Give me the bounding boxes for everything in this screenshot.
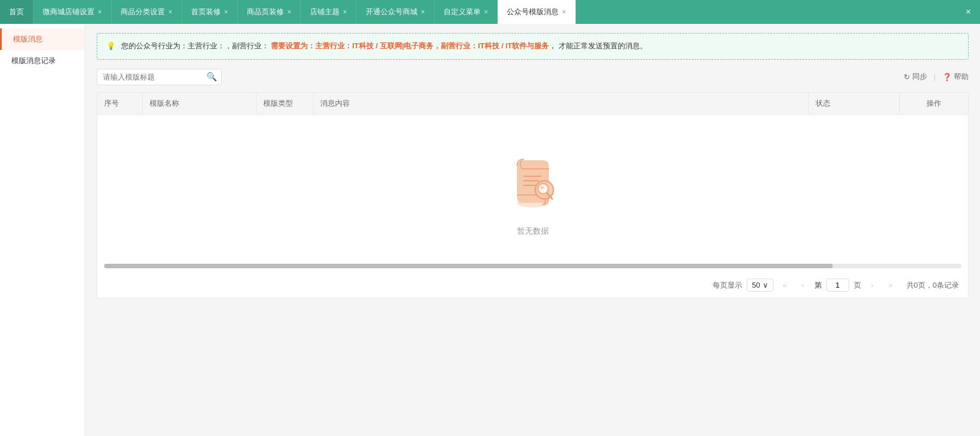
search-left: 🔍 [97,69,222,85]
table-wrap: 序号 模版名称 模版类型 消息内容 状态 操作 [97,92,969,298]
scrollbar-thumb[interactable] [104,264,833,268]
main-content: 💡 您的公众号行业为：主营行业：，副营行业： 需要设置为：主营行业：IT科技 /… [85,24,980,436]
tab-label-home-decor: 首页装修 [191,7,221,17]
notice-highlight: 需要设置为：主营行业：IT科技 / 互联网|电子商务，副营行业：IT科技 / I… [271,41,556,50]
notice-banner: 💡 您的公众号行业为：主营行业：，副营行业： 需要设置为：主营行业：IT科技 /… [97,33,969,60]
sync-button[interactable]: ↻ 同步 [904,72,927,82]
th-action: 操作 [900,93,968,114]
tab-close-shop-theme[interactable]: × [343,8,347,16]
page-size-value: 50 [752,281,760,289]
th-content: 消息内容 [313,93,809,114]
search-button[interactable]: 🔍 [206,72,217,82]
th-type: 模版类型 [257,93,313,114]
nav-tab-home[interactable]: 首页 [0,0,34,24]
svg-point-7 [540,186,544,189]
tab-label-home: 首页 [9,7,24,17]
tab-close-custom-menu[interactable]: × [484,8,488,16]
nav-tab-shop-settings[interactable]: 微商城店铺设置× [34,0,111,24]
search-right: ↻ 同步 | ❓ 帮助 [904,72,969,82]
notice-suffix: 才能正常发送预置的消息。 [559,41,647,50]
nav-tab-shop-theme[interactable]: 店铺主题× [301,0,357,24]
first-page-button[interactable]: « [778,279,792,292]
tab-label-template-msg: 公众号模版消息 [507,7,559,17]
sidebar-item-template-record[interactable]: 模版消息记录 [0,50,85,72]
tab-close-open-mall[interactable]: × [421,8,425,16]
nav-tab-product-decor[interactable]: 商品页装修× [238,0,301,24]
empty-state: 暂无数据 [97,115,968,259]
prev-page-button[interactable]: ‹ [796,279,810,292]
tab-label-product-decor: 商品页装修 [247,7,284,17]
tab-label-open-mall: 开通公众号商城 [366,7,417,17]
search-bar: 🔍 ↻ 同步 | ❓ 帮助 [97,69,969,85]
page-size-select[interactable]: 50 ∨ [747,279,773,292]
nav-tab-template-msg[interactable]: 公众号模版消息× [498,0,576,24]
nav-tab-open-mall[interactable]: 开通公众号商城× [357,0,435,24]
next-page-button[interactable]: › [866,279,879,292]
nav-tab-custom-menu[interactable]: 自定义菜单× [435,0,498,24]
empty-illustration [499,149,567,217]
page-label: 页 [854,280,861,290]
search-icon: 🔍 [206,72,217,81]
tab-close-product-decor[interactable]: × [287,8,291,16]
page-word: 第 [814,280,822,290]
tab-close-category-settings[interactable]: × [168,8,172,16]
tab-close-template-msg[interactable]: × [562,8,566,16]
top-navigation: 首页微商城店铺设置×商品分类设置×首页装修×商品页装修×店铺主题×开通公众号商城… [0,0,980,24]
search-input[interactable] [97,69,222,85]
scrollbar-area[interactable] [104,264,961,268]
notice-icon: 💡 [106,41,115,50]
nav-tab-home-decor[interactable]: 首页装修× [182,0,238,24]
close-all-button[interactable]: × [957,7,980,17]
help-label: 帮助 [954,72,969,82]
th-status: 状态 [809,93,900,114]
tab-label-category-settings: 商品分类设置 [121,7,165,17]
chevron-down-icon: ∨ [763,281,768,289]
sync-label: 同步 [912,72,927,82]
nav-tab-category-settings[interactable]: 商品分类设置× [111,0,182,24]
empty-text: 暂无数据 [517,226,549,236]
page-layout: 模版消息模版消息记录 💡 您的公众号行业为：主营行业：，副营行业： 需要设置为：… [0,24,980,436]
last-page-button[interactable]: » [884,279,898,292]
tab-label-custom-menu: 自定义菜单 [444,7,481,17]
total-label: 共0页，0条记录 [907,280,959,290]
tab-label-shop-theme: 店铺主题 [310,7,340,17]
sidebar: 模版消息模版消息记录 [0,24,85,436]
th-name: 模版名称 [143,93,257,114]
tab-close-shop-settings[interactable]: × [98,8,102,16]
th-seq: 序号 [97,93,143,114]
sync-icon: ↻ [904,73,910,81]
help-icon: ❓ [942,73,952,81]
sidebar-item-template-msg[interactable]: 模版消息 [0,28,85,50]
tab-label-shop-settings: 微商城店铺设置 [43,7,94,17]
help-button[interactable]: ❓ 帮助 [942,72,969,82]
pagination: 每页显示 50 ∨ « ‹ 第 页 › » 共0页，0条记录 [97,273,968,298]
divider: | [934,73,936,81]
page-size-label: 每页显示 [713,280,742,290]
search-input-wrap: 🔍 [97,69,222,85]
table-header: 序号 模版名称 模版类型 消息内容 状态 操作 [97,93,968,115]
page-number-input[interactable] [826,279,849,292]
tab-close-home-decor[interactable]: × [224,8,228,16]
notice-prefix: 您的公众号行业为：主营行业：，副营行业： [121,41,269,50]
